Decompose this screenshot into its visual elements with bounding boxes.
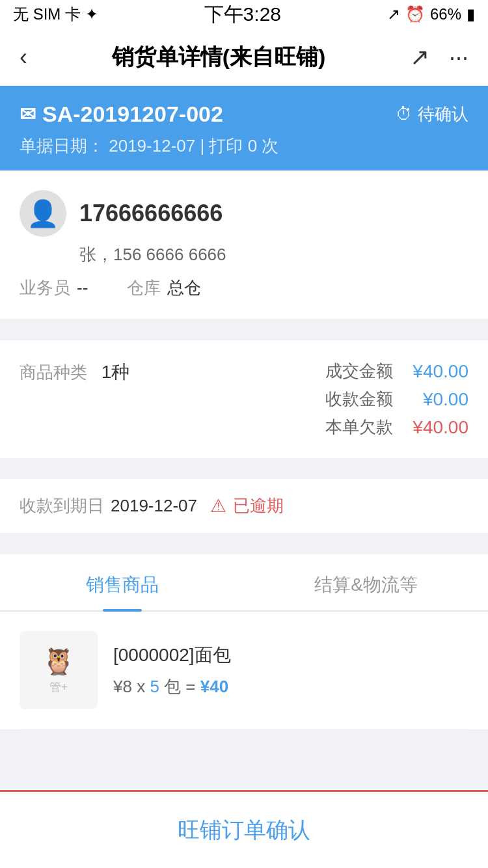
- owed-label: 本单欠款: [325, 416, 393, 439]
- bottom-bar: 旺铺订单确认: [0, 790, 488, 868]
- kind-label: 商品种类: [20, 362, 87, 382]
- summary-section: 商品种类 1种 成交金额 ¥40.00 收款金额 ¥0.00 本单欠款 ¥40.…: [0, 340, 488, 458]
- avatar-icon: 👤: [27, 198, 59, 229]
- owed-row: 本单欠款 ¥40.00: [325, 416, 468, 439]
- sim-label: 无 SIM 卡 ✦: [13, 4, 98, 25]
- owed-value: ¥40.00: [403, 417, 468, 438]
- overdue-date: 2019-12-07: [111, 496, 197, 516]
- amount-row: 成交金额 ¥40.00: [325, 360, 468, 383]
- sales-label: 业务员: [20, 277, 70, 299]
- back-button[interactable]: ‹: [20, 44, 27, 71]
- avatar: 👤: [20, 190, 66, 237]
- order-date: 2019-12-07: [109, 136, 195, 156]
- customer-fields: 业务员 -- 仓库 总仓: [20, 277, 468, 299]
- multiply-symbol: x: [137, 677, 150, 696]
- product-info: [0000002]面包 ¥8 x 5 包 = ¥40: [113, 643, 468, 698]
- product-price: ¥8 x 5 包 = ¥40: [113, 675, 468, 698]
- meta-separator: |: [200, 136, 209, 156]
- overdue-label: 收款到期日: [20, 495, 104, 517]
- customer-phone: 17666666666: [79, 200, 223, 227]
- order-header-card: ✉ SA-20191207-002 ⏱ 待确认 单据日期： 2019-12-07…: [0, 86, 488, 170]
- tab-sales-label: 销售商品: [86, 575, 159, 595]
- order-id-text: SA-20191207-002: [42, 102, 223, 127]
- summary-left: 商品种类 1种: [20, 360, 129, 385]
- nav-bar: ‹ 销货单详情(来自旺铺) ↗ ···: [0, 29, 488, 86]
- divider-3: [0, 534, 488, 544]
- page-title: 销货单详情(来自旺铺): [112, 42, 326, 72]
- tabs-section: 销售商品 结算&物流等 🦉 管+ [0000002]面包 ¥8 x 5 包: [0, 554, 488, 731]
- share-button[interactable]: ↗: [410, 44, 429, 71]
- unit: 包: [164, 677, 181, 696]
- divider-1: [0, 319, 488, 330]
- tab-settlement[interactable]: 结算&物流等: [244, 554, 488, 610]
- product-total: ¥40: [200, 677, 228, 696]
- customer-section: 👤 17666666666 张，156 6666 6666 业务员 -- 仓库 …: [0, 170, 488, 319]
- status-bar: 无 SIM 卡 ✦ 下午3:28 ↗ ⏰ 66% ▮: [0, 0, 488, 29]
- sales-value: --: [77, 278, 88, 298]
- amount-label: 成交金额: [325, 360, 393, 383]
- order-icon: ✉: [20, 103, 36, 126]
- nav-actions: ↗ ···: [410, 44, 468, 71]
- divider-2: [0, 458, 488, 468]
- warehouse-label: 仓库: [127, 277, 161, 299]
- warehouse-value: 总仓: [167, 277, 201, 299]
- overdue-warning-icon: ⚠: [210, 495, 226, 517]
- sales-field: 业务员 --: [20, 277, 88, 299]
- received-value: ¥0.00: [403, 389, 468, 410]
- customer-name: 张，156 6666 6666: [79, 243, 468, 266]
- date-label: 单据日期：: [20, 136, 104, 156]
- battery-icon: ▮: [467, 5, 475, 23]
- status-time: 下午3:28: [204, 1, 281, 28]
- order-id: ✉ SA-20191207-002: [20, 102, 223, 127]
- status-text: 待确认: [418, 103, 468, 126]
- product-thumbnail: 🦉 管+: [20, 631, 98, 709]
- product-thumb-plus: 管+: [49, 679, 68, 695]
- equals-symbol: =: [185, 677, 200, 696]
- overdue-section: 收款到期日 2019-12-07 ⚠ 已逾期: [0, 479, 488, 534]
- alarm-icon: ⏰: [405, 5, 425, 23]
- more-button[interactable]: ···: [449, 44, 468, 71]
- tab-sales-goods[interactable]: 销售商品: [0, 554, 244, 610]
- confirm-order-button[interactable]: 旺铺订单确认: [178, 815, 310, 845]
- status-right: ↗ ⏰ 66% ▮: [387, 5, 475, 23]
- tabs-row: 销售商品 结算&物流等: [0, 554, 488, 612]
- product-list: 🦉 管+ [0000002]面包 ¥8 x 5 包 = ¥40: [0, 612, 488, 729]
- warehouse-field: 仓库 总仓: [127, 277, 201, 299]
- kind-value: 1种: [102, 362, 130, 382]
- battery-label: 66%: [430, 5, 461, 23]
- location-icon: ↗: [387, 5, 400, 23]
- received-row: 收款金额 ¥0.00: [325, 388, 468, 411]
- quantity: 5: [150, 677, 159, 696]
- status-left: 无 SIM 卡 ✦: [13, 4, 98, 25]
- amount-value: ¥40.00: [403, 361, 468, 382]
- product-name: [0000002]面包: [113, 643, 468, 668]
- overdue-text: 已逾期: [233, 495, 284, 517]
- print-info: 打印 0 次: [209, 136, 278, 156]
- received-label: 收款金额: [325, 388, 393, 411]
- product-thumb-icon: 🦉: [42, 646, 75, 677]
- price-unit: ¥8: [113, 677, 132, 696]
- tab-settlement-label: 结算&物流等: [314, 575, 418, 595]
- status-clock-icon: ⏱: [396, 104, 413, 124]
- order-meta: 单据日期： 2019-12-07 | 打印 0 次: [20, 135, 468, 157]
- order-status-badge: ⏱ 待确认: [396, 103, 468, 126]
- summary-right: 成交金额 ¥40.00 收款金额 ¥0.00 本单欠款 ¥40.00: [325, 360, 468, 439]
- table-row: 🦉 管+ [0000002]面包 ¥8 x 5 包 = ¥40: [20, 612, 468, 729]
